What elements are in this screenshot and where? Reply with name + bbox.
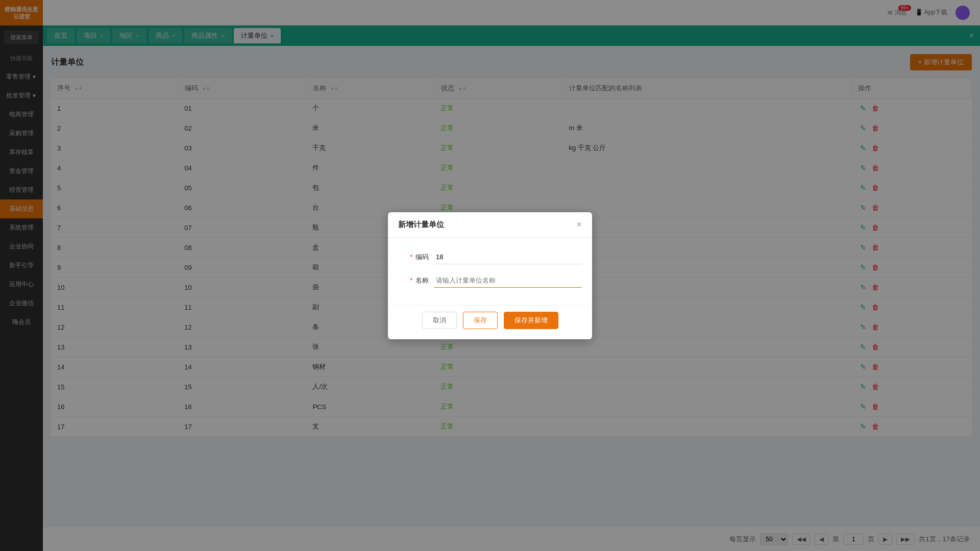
required-mark: * [410,277,412,284]
form-row-name: * 名称 [398,273,582,288]
form-row-code: * 编码 [398,250,582,264]
name-input[interactable] [434,273,582,288]
modal-body: * 编码 * 名称 [388,238,592,305]
add-unit-modal: 新增计量单位 × * 编码 * 名称 取消 保存 保存并新增 [388,212,592,339]
code-input[interactable] [434,250,582,264]
modal-footer: 取消 保存 保存并新增 [388,305,592,339]
modal-close-button[interactable]: × [576,219,582,230]
cancel-button[interactable]: 取消 [422,312,457,329]
save-button[interactable]: 保存 [463,312,498,329]
name-label: * 名称 [398,276,429,285]
modal-overlay: 新增计量单位 × * 编码 * 名称 取消 保存 保存并新增 [0,0,980,551]
required-mark: * [410,253,412,261]
save-and-new-button[interactable]: 保存并新增 [504,312,558,329]
modal-header: 新增计量单位 × [388,212,592,238]
modal-title: 新增计量单位 [398,220,444,230]
code-label: * 编码 [398,253,429,262]
